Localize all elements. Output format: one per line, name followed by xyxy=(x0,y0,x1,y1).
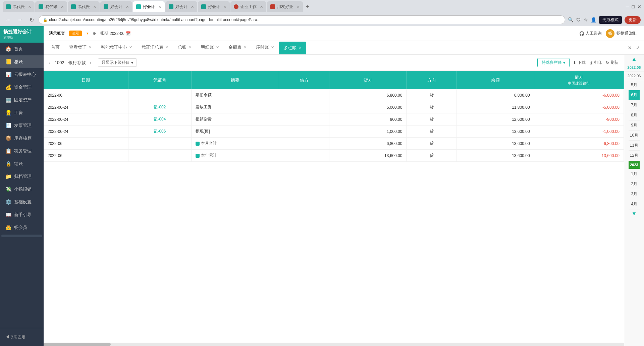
tab-gl-close[interactable]: ✕ xyxy=(189,45,192,50)
tab-close-6[interactable]: ✕ xyxy=(191,5,194,9)
tab-close-7[interactable]: ✕ xyxy=(223,5,226,9)
new-tab-button[interactable]: + xyxy=(304,3,311,10)
browser-tab-9[interactable]: 用友好业 ✕ xyxy=(267,1,303,12)
date-month-item[interactable]: 5月 xyxy=(629,80,640,90)
sidebar-item-reports[interactable]: 📊 云报表中心 xyxy=(0,68,44,81)
tab-detailed-ledger[interactable]: 明细账 ✕ xyxy=(196,41,224,54)
close-browser-button[interactable]: ✕ xyxy=(637,4,641,9)
date-month-item[interactable]: 12月 xyxy=(629,151,640,161)
back-button[interactable]: ← xyxy=(3,16,13,23)
horizontal-scrollbar[interactable] xyxy=(44,343,624,346)
date-top-1[interactable]: 2022.06 xyxy=(624,63,644,72)
date-month-item[interactable]: 3月 xyxy=(629,189,640,199)
sidebar-scrollbar[interactable] xyxy=(1,235,42,237)
collapse-panel-button[interactable]: ✕ xyxy=(627,44,633,52)
tab-close-1[interactable]: ✕ xyxy=(28,5,31,9)
date-scroll-down[interactable]: ▼ xyxy=(624,209,644,218)
download-button[interactable]: ⬇ 下载 xyxy=(573,60,586,65)
sidebar-item-assets[interactable]: 🏢 固定资产 xyxy=(0,94,44,106)
tab-seq-close[interactable]: ✕ xyxy=(271,45,274,50)
tab-close-3[interactable]: ✕ xyxy=(93,5,96,9)
settings-gear-icon[interactable]: ⚙ xyxy=(93,31,96,36)
sidebar-item-close-accounts[interactable]: 🔒 结账 xyxy=(0,157,44,170)
sidebar-item-funds[interactable]: 💰 资金管理 xyxy=(0,81,44,94)
sidebar-item-member[interactable]: 👑 畅会员 xyxy=(0,221,44,234)
tab-balance-close[interactable]: ✕ xyxy=(244,45,247,50)
sidebar-item-inventory[interactable]: 📦 库存核算 xyxy=(0,132,44,145)
sidebar-item-settings[interactable]: ⚙️ 基础设置 xyxy=(0,196,44,208)
date-month-item[interactable]: 6月 xyxy=(629,90,640,100)
date-month-item[interactable]: 2月 xyxy=(629,179,640,189)
update-button[interactable]: 更新 xyxy=(625,16,641,24)
tab-close-5[interactable]: ✕ xyxy=(158,5,161,9)
tab-smart-voucher[interactable]: 智能凭证中心 ✕ xyxy=(96,41,137,54)
sidebar-item-payroll[interactable]: 👷 工资 xyxy=(0,106,44,119)
tab-sequential[interactable]: 序时账 ✕ xyxy=(251,41,279,54)
expand-panel-button[interactable]: ⤢ xyxy=(635,44,641,52)
print-button[interactable]: 🖨 打印 xyxy=(589,60,602,65)
unpin-button[interactable]: ◀取消固定 xyxy=(0,332,44,343)
tab-vsummary-close[interactable]: ✕ xyxy=(165,45,168,50)
cell-voucher[interactable]: 记-002 xyxy=(128,101,191,113)
date-month-item[interactable]: 1月 xyxy=(629,169,640,179)
sidebar-item-ledger[interactable]: 📒 总账 xyxy=(0,55,44,68)
sidebar-item-home[interactable]: 🏠 首页 xyxy=(0,43,44,55)
browser-tab-3[interactable]: 易代账 ✕ xyxy=(68,1,100,12)
date-month-item[interactable]: 11月 xyxy=(629,141,640,151)
tab-multi-column[interactable]: 多栏账 ✕ xyxy=(279,42,306,54)
date-month-item[interactable]: 8月 xyxy=(629,110,640,120)
tab-home[interactable]: 首页 xyxy=(46,41,64,54)
refresh-button[interactable]: ↻ 刷新 xyxy=(606,60,619,65)
tab-vouchers-close[interactable]: ✕ xyxy=(89,45,92,50)
address-bar[interactable]: 🔒 cloud2.chanjet.com/accounting/uh26t264… xyxy=(39,15,565,24)
sidebar-item-archive[interactable]: 📁 归档管理 xyxy=(0,170,44,183)
demo-badge[interactable]: 演示 xyxy=(69,31,82,36)
consult-button[interactable]: 🎧 人工咨询 xyxy=(579,31,602,36)
sidebar-item-invoice[interactable]: 🧾 发票管理 xyxy=(0,119,44,132)
browser-tab-4[interactable]: 好会计 ✕ xyxy=(100,1,132,12)
date-scroll-up[interactable]: ▲ xyxy=(624,55,644,63)
browser-tab-7[interactable]: 好会计 ✕ xyxy=(198,1,230,12)
minimize-button[interactable]: ─ xyxy=(626,4,629,9)
next-account-button[interactable]: › xyxy=(90,60,92,65)
tab-close-9[interactable]: ✕ xyxy=(297,5,300,9)
date-month-item[interactable]: 4月 xyxy=(629,199,640,209)
browser-tab-5[interactable]: 好会计 ✕ xyxy=(133,1,165,12)
tab-close-2[interactable]: ✕ xyxy=(61,5,64,9)
sidebar-item-guide[interactable]: 📖 新手引导 xyxy=(0,208,44,221)
calendar-icon[interactable]: 📅 xyxy=(126,31,131,36)
tab-vouchers[interactable]: 查看凭证 ✕ xyxy=(64,41,96,54)
browser-tab-1[interactable]: 易代账 ✕ xyxy=(3,1,35,12)
special-multi-column-button[interactable]: 特殊多栏账 ▾ xyxy=(537,58,570,67)
no-trace-button[interactable]: 无痕模式 xyxy=(599,16,622,24)
date-month-item[interactable]: 7月 xyxy=(629,100,640,110)
filter-dropdown[interactable]: 只显示下级科目 ▾ xyxy=(98,58,137,67)
browser-tab-8[interactable]: 企业工作 ✕ xyxy=(230,1,266,12)
browser-tab-6[interactable]: 好会计 ✕ xyxy=(165,1,197,12)
tab-dl-close[interactable]: ✕ xyxy=(216,45,219,50)
cell-voucher[interactable]: 记-004 xyxy=(128,113,191,126)
star-icon-btn[interactable]: ☆ xyxy=(584,17,588,22)
prev-account-button[interactable]: ‹ xyxy=(49,60,51,65)
tab-mc-close[interactable]: ✕ xyxy=(299,46,302,50)
date-month-item[interactable]: 2023 xyxy=(629,161,640,169)
date-month-item[interactable]: 10月 xyxy=(629,131,640,141)
sidebar-item-tax[interactable]: 📋 税务管理 xyxy=(0,145,44,157)
restore-button[interactable]: □ xyxy=(632,4,635,9)
reload-button[interactable]: ↻ xyxy=(28,16,36,24)
search-icon-btn[interactable]: 🔍 xyxy=(568,17,574,22)
cell-voucher[interactable]: 记-006 xyxy=(128,126,191,138)
tab-voucher-summary[interactable]: 凭证汇总表 ✕ xyxy=(137,41,173,54)
date-top-2[interactable]: 2022.06 xyxy=(624,72,644,80)
tab-general-ledger[interactable]: 总账 ✕ xyxy=(173,41,196,54)
forward-button[interactable]: → xyxy=(15,16,25,23)
tab-smart-close[interactable]: ✕ xyxy=(129,45,132,50)
tab-balance[interactable]: 余额表 ✕ xyxy=(224,41,251,54)
sidebar-item-expense[interactable]: 💸 小畅报销 xyxy=(0,183,44,196)
browser-tab-2[interactable]: 易代账 ✕ xyxy=(35,1,67,12)
shield-icon-btn[interactable]: 🛡 xyxy=(576,17,581,22)
tab-close-8[interactable]: ✕ xyxy=(260,5,263,9)
profile-icon-btn[interactable]: 👤 xyxy=(591,17,596,22)
date-month-item[interactable]: 9月 xyxy=(629,120,640,131)
tab-close-4[interactable]: ✕ xyxy=(126,5,129,9)
